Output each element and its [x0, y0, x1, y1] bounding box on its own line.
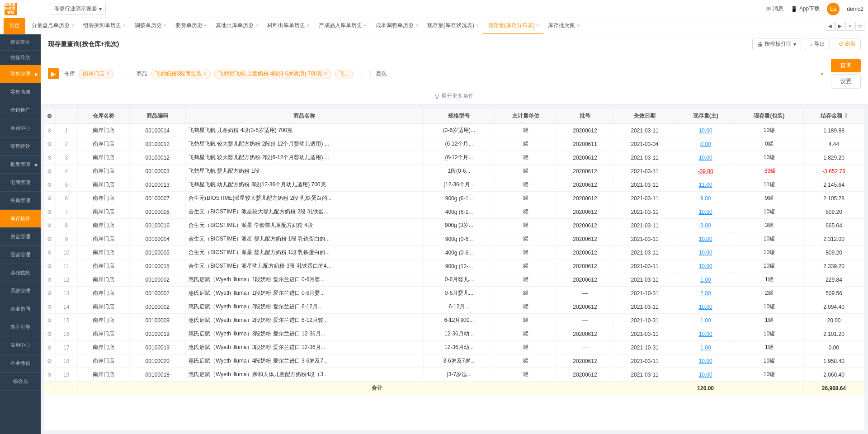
row-settings[interactable]: ⚙ [44, 259, 55, 273]
tab-cailiaochupu[interactable]: 材料出库单历史 × [263, 18, 314, 34]
company-selector[interactable]: 母婴行业演示账套 ▾ [50, 3, 106, 15]
product-more-icon[interactable]: ··· [357, 71, 365, 77]
row-settings[interactable]: ⚙ [44, 151, 55, 165]
row-settings[interactable]: ⚙ [44, 368, 55, 382]
row-qty-main[interactable]: 10.00 [676, 368, 735, 382]
tab-close-icon[interactable]: × [164, 23, 166, 28]
print-button[interactable]: 🖨 按模板打印 ▾ [752, 38, 801, 50]
color-dropdown-icon[interactable]: ▾ [821, 70, 824, 77]
row-qty-main[interactable]: 1.00 [676, 314, 735, 327]
row-settings[interactable]: ⚙ [44, 192, 55, 205]
nav-next-arrow[interactable]: ▶ [835, 22, 844, 31]
tab-close-icon[interactable]: × [364, 23, 367, 28]
sidebar-item-member[interactable]: 会员中心 [0, 119, 41, 137]
row-qty-main[interactable]: 0.00 [676, 137, 735, 151]
row-settings[interactable]: ⚙ [44, 137, 55, 151]
tab-close-icon[interactable]: × [123, 23, 126, 28]
row-settings[interactable]: ⚙ [44, 246, 55, 259]
row-qty-main[interactable]: 10.00 [676, 124, 735, 137]
tab-yaohuo[interactable]: 要货单历史 × [171, 18, 212, 34]
row-qty-main[interactable]: 10.00 [676, 205, 735, 219]
row-settings[interactable]: ⚙ [44, 273, 55, 287]
product-tag-3[interactable]: 飞... [335, 69, 353, 79]
product-2-remove-icon[interactable]: × [324, 71, 327, 77]
row-qty-main[interactable]: 11.00 [676, 178, 735, 192]
row-qty-main[interactable]: 10.00 [676, 259, 735, 273]
tab-diaobo[interactable]: 调拨单历史 × [130, 18, 171, 34]
sidebar-item-system[interactable]: 系统管理 [0, 282, 41, 300]
sidebar-item-marketing[interactable]: 营销推广 [0, 101, 41, 119]
sidebar-item-retail[interactable]: 零售管理 ▶ [0, 65, 41, 83]
row-settings[interactable]: ⚙ [44, 165, 55, 178]
row-settings[interactable]: ⚙ [44, 300, 55, 314]
col-settings[interactable]: ⚙ [44, 108, 55, 124]
product-tag-1[interactable]: 飞鹤奶粉3段两提装 × [151, 69, 211, 79]
tab-close-icon[interactable]: × [537, 23, 539, 28]
sidebar-item-retail-mall[interactable]: 零售商城 [0, 83, 41, 101]
tab-xiancunliangfenbu[interactable]: 现存量(库存分布表) × [483, 18, 544, 34]
row-qty-main[interactable]: 2.00 [676, 287, 735, 300]
row-settings[interactable]: ⚙ [44, 232, 55, 246]
row-qty-main[interactable]: 10.00 [676, 151, 735, 165]
nav-close-all[interactable]: × [845, 22, 854, 31]
sidebar-item-appcenter[interactable]: 应用中心 [0, 336, 41, 354]
product-1-remove-icon[interactable]: × [203, 71, 207, 77]
sidebar-item-operation[interactable]: 经营管理 [0, 246, 41, 264]
row-settings[interactable]: ⚙ [44, 287, 55, 300]
tab-close-icon[interactable]: × [204, 23, 207, 28]
row-qty-main[interactable]: 10.00 [676, 354, 735, 368]
tab-close-icon[interactable]: × [255, 23, 258, 28]
export-button[interactable]: ↓ 导出 [805, 38, 830, 50]
tab-home[interactable]: 首页 [4, 18, 25, 34]
filter-more-icon[interactable]: ··· [117, 71, 125, 77]
row-qty-main[interactable]: 10.00 [676, 300, 735, 314]
filter-expand-arrow[interactable]: ▶ [48, 68, 59, 79]
row-qty-main[interactable]: 10.00 [676, 232, 735, 246]
sidebar-item-retail-stats[interactable]: 零售统计 [0, 137, 41, 156]
sidebar-item-search[interactable]: 搜索菜单 [0, 34, 41, 51]
setting-button[interactable]: 设置 [831, 74, 861, 89]
tab-qitachupu[interactable]: 其他出库单历史 × [211, 18, 263, 34]
tab-chengbentiaozheng[interactable]: 成本调整单历史 × [371, 18, 423, 34]
avatar[interactable]: Ea [827, 3, 840, 15]
tab-xiancunliangkucun[interactable]: 现存量(库存状况表) × [423, 18, 483, 34]
sidebar-item-quicknav[interactable]: 快捷导航 [0, 51, 41, 65]
row-settings[interactable]: ⚙ [44, 354, 55, 368]
row-settings[interactable]: ⚙ [44, 124, 55, 137]
tab-close-icon[interactable]: × [415, 23, 418, 28]
sidebar-item-purchase[interactable]: 采购管理 [0, 192, 41, 210]
sidebar-item-finance[interactable]: 资金管理 [0, 228, 41, 246]
expand-button[interactable]: ⋁ 展开更多条件 [435, 92, 474, 100]
tab-close-icon[interactable]: × [476, 23, 479, 28]
row-settings[interactable]: ⚙ [44, 178, 55, 192]
tab-fenliangpandian[interactable]: 分量盘点单历史 × [27, 18, 79, 34]
sidebar-item-corpwx[interactable]: 企业微信 [0, 354, 41, 373]
sidebar-item-member2[interactable]: 畅会员 [0, 373, 41, 391]
row-qty-main[interactable]: 10.00 [676, 246, 735, 259]
tab-chanpinruku[interactable]: 产成品入库单历史 × [314, 18, 371, 34]
sidebar-item-wholesale[interactable]: 批发管理 ▶ [0, 156, 41, 174]
tab-close-icon[interactable]: × [71, 23, 74, 28]
sidebar-item-enterprise[interactable]: 企业协同 [0, 300, 41, 318]
row-qty-main[interactable]: 10.00 [676, 327, 735, 341]
sidebar-item-ecommerce[interactable]: 电商管理 [0, 174, 41, 192]
sidebar-item-newuser[interactable]: 新手引导 [0, 318, 41, 336]
tab-close-icon[interactable]: × [307, 23, 310, 28]
amount-info-icon[interactable]: ℹ [845, 113, 847, 119]
row-qty-main[interactable]: 1.00 [676, 341, 735, 354]
row-settings[interactable]: ⚙ [44, 314, 55, 327]
row-settings[interactable]: ⚙ [44, 205, 55, 219]
nav-prev-arrow[interactable]: ◀ [826, 22, 835, 31]
app-download-btn[interactable]: 📱 App下载 [791, 5, 820, 13]
row-settings[interactable]: ⚙ [44, 327, 55, 341]
nav-minimize[interactable]: ▭ [855, 22, 864, 31]
sidebar-item-basic[interactable]: 基础信息 [0, 264, 41, 282]
message-btn[interactable]: ✉ 消息 [766, 5, 783, 13]
refresh-button[interactable]: ↺ 刷新 [834, 38, 861, 50]
query-button[interactable]: 查询 [831, 59, 861, 72]
warehouse-remove-icon[interactable]: × [106, 71, 109, 77]
row-qty-main[interactable]: 3.00 [676, 219, 735, 232]
row-qty-main[interactable]: 1.00 [676, 273, 735, 287]
row-settings[interactable]: ⚙ [44, 219, 55, 232]
warehouse-tag[interactable]: 南岸门店 × [79, 69, 113, 79]
